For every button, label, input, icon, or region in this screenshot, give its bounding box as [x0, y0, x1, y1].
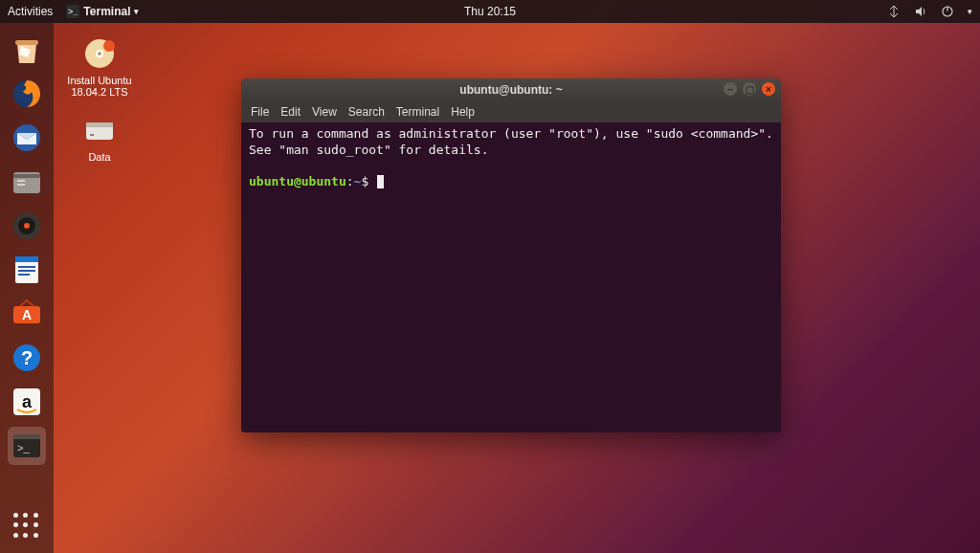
prompt-colon: : [346, 174, 354, 188]
svg-rect-8 [13, 174, 40, 178]
window-controls: – ▢ × [724, 82, 775, 96]
svg-point-13 [24, 223, 30, 229]
terminal-output-line: See "man sudo_root" for details. [249, 143, 488, 157]
desktop-icon-label: Data [67, 151, 132, 163]
svg-rect-10 [17, 184, 25, 186]
svg-rect-34 [90, 134, 94, 136]
menu-terminal[interactable]: Terminal [396, 105, 439, 119]
svg-text:A: A [22, 307, 32, 322]
prompt-user-host: ubuntu@ubuntu [249, 174, 346, 188]
prompt-dollar: $ [361, 174, 368, 188]
terminal-launcher[interactable]: >_ [8, 427, 46, 465]
svg-rect-3 [947, 7, 947, 11]
svg-text:>_: >_ [17, 442, 30, 453]
trash-launcher[interactable] [8, 31, 46, 69]
activities-button[interactable]: Activities [8, 5, 53, 18]
svg-rect-4 [15, 40, 38, 45]
svg-rect-15 [15, 256, 38, 262]
help-launcher[interactable]: ? [8, 339, 46, 377]
cd-icon [80, 34, 119, 73]
app-menu-button[interactable]: >_ Terminal ▾ [66, 5, 139, 18]
libreoffice-writer-launcher[interactable] [8, 251, 46, 289]
clock[interactable]: Thu 20:15 [464, 5, 516, 18]
desktop-icons: Install Ubuntu 18.04.2 LTS Data [67, 34, 132, 163]
window-title: ubuntu@ubuntu: ~ [459, 83, 562, 97]
ubuntu-software-launcher[interactable]: A [8, 295, 46, 333]
drive-icon [80, 111, 119, 149]
thunderbird-launcher[interactable] [8, 119, 46, 157]
terminal-cursor [377, 175, 384, 188]
terminal-output-line: To run a command as administrator (user … [249, 126, 773, 141]
terminal-window: ubuntu@ubuntu: ~ – ▢ × File Edit View Se… [241, 78, 781, 432]
svg-rect-18 [18, 274, 30, 276]
svg-rect-9 [17, 180, 25, 182]
launcher-dock: A ? a >_ [0, 23, 54, 553]
firefox-launcher[interactable] [8, 75, 46, 113]
rhythmbox-launcher[interactable] [8, 207, 46, 245]
terminal-icon: >_ [66, 5, 79, 18]
menu-view[interactable]: View [312, 105, 337, 119]
menu-search[interactable]: Search [348, 105, 385, 119]
svg-rect-26 [13, 434, 40, 439]
menu-help[interactable]: Help [451, 105, 475, 119]
maximize-button[interactable]: ▢ [743, 82, 756, 96]
terminal-body[interactable]: To run a command as administrator (user … [241, 122, 781, 432]
data-volume-desktop-icon[interactable]: Data [67, 111, 132, 163]
show-applications-button[interactable] [13, 513, 40, 540]
terminal-menubar: File Edit View Search Terminal Help [241, 101, 781, 122]
install-ubuntu-desktop-icon[interactable]: Install Ubuntu 18.04.2 LTS [67, 34, 132, 98]
network-icon[interactable] [887, 5, 901, 18]
minimize-button[interactable]: – [724, 82, 737, 96]
svg-text:?: ? [21, 347, 33, 368]
files-launcher[interactable] [8, 163, 46, 201]
dropdown-arrow-icon: ▾ [134, 7, 139, 16]
close-button[interactable]: × [762, 82, 775, 96]
menu-edit[interactable]: Edit [280, 105, 301, 119]
system-menu-arrow-icon[interactable]: ▾ [968, 7, 972, 16]
power-icon[interactable] [941, 5, 954, 18]
svg-text:a: a [22, 392, 33, 411]
svg-point-30 [98, 52, 101, 55]
desktop-icon-label: Install Ubuntu 18.04.2 LTS [67, 75, 132, 98]
amazon-launcher[interactable]: a [8, 383, 46, 421]
menu-file[interactable]: File [251, 105, 269, 119]
svg-rect-33 [86, 122, 113, 127]
top-bar: Activities >_ Terminal ▾ Thu 20:15 ▾ [0, 0, 980, 23]
svg-text:>_: >_ [68, 7, 78, 16]
app-menu-label: Terminal [83, 5, 130, 18]
svg-rect-17 [18, 270, 35, 272]
svg-point-31 [103, 40, 115, 52]
svg-rect-16 [18, 266, 35, 268]
volume-icon[interactable] [914, 5, 927, 18]
terminal-titlebar[interactable]: ubuntu@ubuntu: ~ – ▢ × [241, 78, 781, 101]
